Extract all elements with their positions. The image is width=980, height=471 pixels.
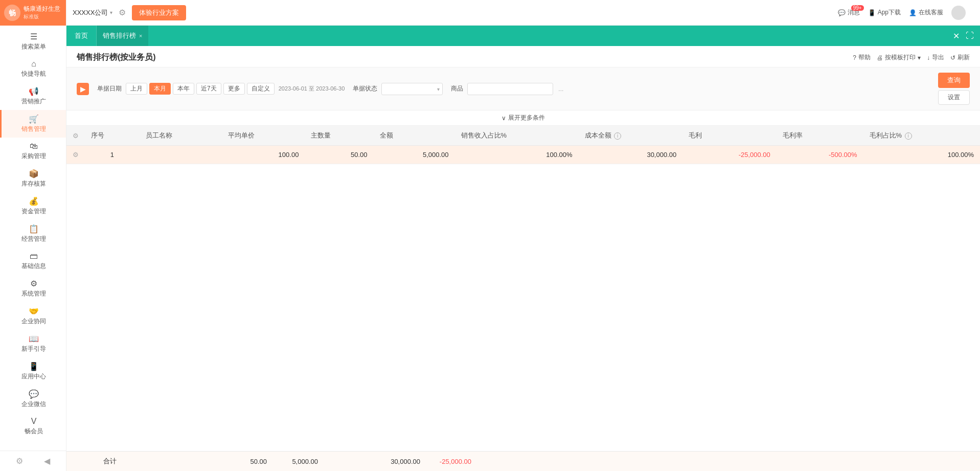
sidebar-item-apps[interactable]: 📱 应用中心 — [0, 357, 66, 385]
expand-label: 展开更多条件 — [508, 114, 545, 122]
status-select-wrapper — [381, 83, 443, 95]
sidebar-label-quick: 快捷导航 — [21, 70, 46, 78]
sidebar-item-basic[interactable]: 🗃 基础信息 — [0, 248, 66, 275]
sidebar-item-purchase[interactable]: 🛍 采购管理 — [0, 138, 66, 165]
goods-more-icon[interactable]: ... — [558, 85, 563, 93]
row-gross-pct: 100.00% — [863, 146, 980, 164]
table-row: ⚙ 1 100.00 50.00 5,000.00 100.00% 30,000… — [66, 146, 980, 164]
sidebar-item-sales[interactable]: 🛒 销售管理 — [0, 110, 66, 138]
message-icon: 💬 — [838, 9, 846, 16]
footer-gross: -25,000.00 — [430, 458, 482, 465]
page-title: 销售排行榜(按业务员) — [77, 52, 156, 63]
status-select[interactable] — [381, 83, 443, 95]
topbar-app-download[interactable]: 📱 App下载 — [868, 8, 901, 17]
col-gross-rate: 毛利率 — [777, 126, 863, 146]
expand-chevron-icon: ∨ — [502, 115, 506, 122]
sidebar-icon-finance: 💰 — [29, 196, 39, 206]
row-gross: -25,000.00 — [682, 146, 777, 164]
tab-close-window-icon[interactable]: ✕ — [953, 31, 960, 41]
col-cost: 成本全额 i — [579, 126, 683, 146]
tab-home-label: 首页 — [75, 31, 88, 40]
date-cur-month-btn[interactable]: 本月 — [149, 83, 171, 95]
filter-collapse-button[interactable]: ▶ — [77, 83, 89, 95]
logo-sub: 标准版 — [24, 13, 60, 20]
print-button[interactable]: 🖨 按模板打印 ▾ — [877, 53, 921, 62]
tab-restore-icon[interactable]: ⛶ — [966, 31, 974, 40]
app-icon: 📱 — [868, 9, 876, 16]
service-icon: 👤 — [909, 9, 917, 16]
sidebar-item-quick[interactable]: ⌂ 快捷导航 — [0, 55, 66, 82]
company-select[interactable]: XXXXX公司 ▾ — [73, 8, 112, 17]
col-settings[interactable]: ⚙ — [66, 126, 85, 146]
sidebar-item-inventory[interactable]: 📦 库存核算 — [0, 165, 66, 192]
date-prev-month-btn[interactable]: 上月 — [126, 83, 147, 95]
avatar[interactable] — [951, 6, 966, 20]
export-button[interactable]: ↓ 导出 — [927, 53, 944, 62]
table-body: ⚙ 1 100.00 50.00 5,000.00 100.00% 30,000… — [66, 146, 980, 164]
footer-total-label: 合计 — [73, 457, 185, 466]
sidebar-icon-inventory: 📦 — [29, 169, 39, 178]
sidebar-label-apps: 应用中心 — [21, 372, 46, 381]
date-7-btn[interactable]: 近7天 — [196, 83, 221, 95]
sidebar-item-member[interactable]: V 畅会员 — [0, 413, 66, 440]
sidebar-icon-apps: 📱 — [29, 362, 39, 371]
sidebar-item-system[interactable]: ⚙ 系统管理 — [0, 275, 66, 302]
date-more-btn[interactable]: 更多 — [223, 83, 245, 95]
footer-cost: 30,000.00 — [379, 458, 430, 465]
topbar-online-service[interactable]: 👤 在线客服 — [909, 8, 943, 17]
expand-more-btn[interactable]: ∨ 展开更多条件 — [495, 113, 551, 123]
topbar-gear-icon[interactable]: ⚙ — [119, 8, 126, 17]
status-filter-group: 单据状态 — [353, 83, 443, 95]
sidebar-label-collab: 企业协同 — [21, 317, 46, 326]
topbar-message[interactable]: 💬 消息 99+ — [838, 8, 860, 17]
trial-button[interactable]: 体验行业方案 — [132, 5, 186, 20]
sidebar-item-guide[interactable]: 📖 新手引导 — [0, 330, 66, 357]
tab-sales-ranking[interactable]: 销售排行榜 × — [97, 26, 148, 46]
table-area: ⚙ 序号 员工名称 平均单价 主数量 全额 销售收入占比% 成本全额 i 毛利 … — [66, 126, 980, 451]
sidebar-icon-basic: 🗃 — [30, 252, 38, 261]
refresh-button[interactable]: ↺ 刷新 — [950, 53, 970, 62]
sidebar-collapse-icon[interactable]: ◀ — [44, 456, 50, 466]
sidebar-item-marketing[interactable]: 📢 营销推广 — [0, 82, 66, 110]
sidebar-item-search[interactable]: ☰ 搜索菜单 — [0, 28, 66, 55]
filter-settings-button[interactable]: 设置 — [938, 90, 970, 105]
cost-info-icon[interactable]: i — [614, 132, 621, 140]
sidebar-item-operations[interactable]: 📋 经营管理 — [0, 220, 66, 248]
help-icon: ? — [853, 54, 856, 61]
sidebar-label-basic: 基础信息 — [21, 262, 46, 271]
goods-filter-input[interactable] — [467, 83, 553, 95]
sidebar-icon-wechat: 💬 — [29, 389, 39, 399]
logo-icon: 畅 — [4, 5, 20, 21]
refresh-label: 刷新 — [958, 53, 970, 62]
tab-close-icon[interactable]: × — [139, 33, 142, 39]
row-settings[interactable]: ⚙ — [66, 146, 85, 164]
export-icon: ↓ — [927, 54, 930, 61]
print-icon: 🖨 — [877, 54, 883, 61]
sidebar-label-member: 畅会员 — [25, 427, 43, 436]
sidebar-icon-collab: 🤝 — [29, 306, 39, 316]
row-avg-price: 100.00 — [222, 146, 305, 164]
sidebar-label-operations: 经营管理 — [21, 235, 46, 243]
sidebar-settings-icon[interactable]: ⚙ — [16, 456, 23, 466]
sidebar-item-finance[interactable]: 💰 资金管理 — [0, 192, 66, 220]
sidebar-item-wechat[interactable]: 💬 企业微信 — [0, 385, 66, 413]
filter-area: ▶ 单据日期 上月 本月 本年 近7天 更多 自定义 2023-06-01 至 … — [66, 68, 980, 110]
footer-qty: 50.00 — [236, 458, 277, 465]
footer-label-text: 合计 — [103, 457, 117, 465]
date-year-btn[interactable]: 本年 — [173, 83, 194, 95]
help-button[interactable]: ? 帮助 — [853, 53, 871, 62]
page-actions: ? 帮助 🖨 按模板打印 ▾ ↓ 导出 ↺ 刷新 — [853, 53, 970, 62]
query-button[interactable]: 查询 — [938, 73, 970, 88]
sidebar-item-collab[interactable]: 🤝 企业协同 — [0, 302, 66, 330]
goods-filter-group: 商品 ... — [451, 83, 563, 95]
tab-home[interactable]: 首页 — [66, 26, 97, 46]
gross-pct-info-icon[interactable]: i — [905, 132, 912, 140]
date-filter-label: 单据日期 — [97, 84, 122, 93]
sidebar-footer: ⚙ ◀ — [0, 451, 66, 471]
row-amount: 5,000.00 — [374, 146, 455, 164]
filter-actions: 查询 设置 — [938, 73, 970, 105]
date-custom-btn[interactable]: 自定义 — [247, 83, 275, 95]
row-sales-pct: 100.00% — [455, 146, 579, 164]
sidebar-icon-member: V — [31, 417, 37, 426]
sidebar-nav: ☰ 搜索菜单 ⌂ 快捷导航 📢 营销推广 🛒 销售管理 🛍 采购管理 📦 库存核… — [0, 26, 66, 451]
